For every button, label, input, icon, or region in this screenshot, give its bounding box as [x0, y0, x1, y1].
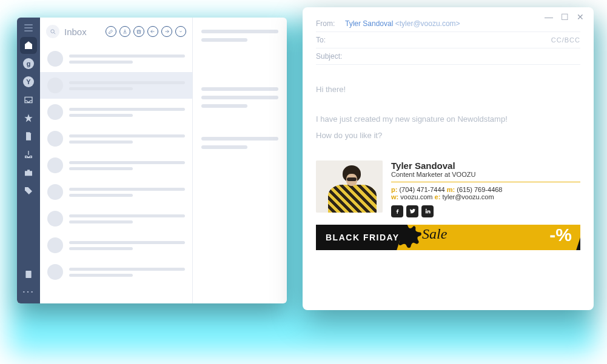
- promo-banner[interactable]: BLACK FRIDAY Sale -%: [316, 225, 580, 250]
- from-label: From:: [316, 19, 345, 28]
- home-account-icon[interactable]: [20, 37, 37, 54]
- placeholder-line: [201, 96, 278, 99]
- list-item[interactable]: [40, 152, 192, 179]
- list-item[interactable]: [40, 232, 192, 259]
- list-item[interactable]: [40, 72, 192, 99]
- hamburger-menu-icon[interactable]: [21, 20, 36, 36]
- archive-icon[interactable]: [119, 26, 130, 37]
- search-icon[interactable]: [46, 25, 59, 38]
- compose-icon[interactable]: [106, 26, 116, 37]
- facebook-icon[interactable]: [391, 205, 403, 217]
- more-icon[interactable]: ⋯: [22, 284, 35, 299]
- avatar: [47, 78, 63, 93]
- placeholder-line: [201, 137, 278, 141]
- google-account-icon[interactable]: g: [20, 55, 37, 72]
- linkedin-icon[interactable]: [421, 205, 434, 217]
- avatar: [47, 131, 63, 147]
- email-list-pane: Inbox: [40, 18, 193, 303]
- avatar: [47, 51, 63, 67]
- close-icon[interactable]: ✕: [575, 12, 585, 22]
- subject-label: Subject:: [316, 52, 345, 61]
- svg-line-2: [53, 32, 55, 33]
- body-line: How do you like it?: [316, 129, 580, 142]
- list-item[interactable]: [40, 99, 192, 125]
- compose-body[interactable]: Hi there! I have just created my new sig…: [316, 65, 580, 142]
- avatar: [47, 237, 63, 253]
- placeholder-line: [201, 30, 278, 33]
- signature-role: Content Marketer at VOOZU: [391, 171, 580, 178]
- list-header: Inbox: [40, 18, 192, 43]
- body-greeting: Hi there!: [316, 83, 580, 96]
- list-item[interactable]: [40, 205, 192, 232]
- header-actions: [106, 26, 186, 37]
- more-actions-icon[interactable]: [175, 26, 186, 37]
- ccbcc-toggle[interactable]: CC/BCC: [551, 36, 580, 44]
- avatar: [47, 104, 63, 120]
- placeholder-line: [201, 145, 247, 149]
- yahoo-account-icon[interactable]: Y: [20, 73, 37, 90]
- email-client-window: g Y ⋯ Inbox: [17, 18, 287, 303]
- delete-icon[interactable]: [133, 26, 144, 37]
- signature-name: Tyler Sandoval: [391, 160, 580, 171]
- tag-icon[interactable]: [20, 182, 37, 199]
- forward-icon[interactable]: [161, 26, 172, 37]
- banner-black-friday: BLACK FRIDAY: [316, 233, 400, 242]
- list-item[interactable]: [40, 45, 192, 72]
- body-line: I have just created my new signature on …: [316, 113, 580, 125]
- reply-icon[interactable]: [147, 26, 158, 37]
- from-value[interactable]: Tyler Sandoval <tyler@voozu.com>: [345, 19, 460, 28]
- contacts-icon[interactable]: [20, 266, 37, 283]
- avatar: [47, 211, 63, 227]
- signature-socials: [391, 205, 580, 217]
- download-tray-icon[interactable]: [20, 146, 37, 163]
- window-controls: — ☐ ✕: [544, 12, 585, 22]
- signature-divider: [391, 182, 580, 182]
- signature-phone-line: p: (704) 471-7444 m: (615) 769-4468: [391, 186, 580, 193]
- list-item[interactable]: [40, 179, 192, 205]
- to-label: To:: [316, 36, 345, 44]
- placeholder-line: [201, 104, 247, 108]
- svg-point-1: [50, 29, 54, 33]
- twitter-icon[interactable]: [406, 205, 418, 217]
- avatar: [47, 184, 63, 200]
- placeholder-line: [201, 38, 247, 42]
- svg-rect-0: [25, 271, 31, 278]
- avatar: [47, 264, 63, 280]
- maximize-icon[interactable]: ☐: [560, 12, 569, 22]
- banner-percent: -%: [549, 225, 572, 245]
- signature-photo: [316, 160, 383, 213]
- email-list[interactable]: [40, 43, 192, 303]
- preview-pane: [193, 18, 287, 303]
- placeholder-line: [201, 87, 278, 91]
- from-field: From: Tyler Sandoval <tyler@voozu.com>: [316, 16, 580, 32]
- subject-field[interactable]: Subject:: [316, 48, 580, 65]
- list-item[interactable]: [40, 125, 192, 152]
- briefcase-icon[interactable]: [20, 164, 37, 181]
- account-strip: g Y ⋯: [17, 18, 40, 303]
- inbox-tray-icon[interactable]: [20, 91, 37, 108]
- banner-sale: Sale: [422, 226, 447, 242]
- signature-web-line: w: voozu.com e: tyler@voozu.com: [391, 193, 580, 200]
- file-icon[interactable]: [20, 128, 37, 145]
- compose-window: — ☐ ✕ From: Tyler Sandoval <tyler@voozu.…: [303, 7, 594, 310]
- folder-title: Inbox: [64, 27, 101, 37]
- signature-info: Tyler Sandoval Content Marketer at VOOZU…: [391, 160, 580, 217]
- email-signature: Tyler Sandoval Content Marketer at VOOZU…: [316, 160, 580, 217]
- list-item[interactable]: [40, 259, 192, 285]
- avatar: [47, 157, 63, 173]
- minimize-icon[interactable]: —: [544, 12, 554, 22]
- yahoo-letter: Y: [23, 76, 34, 87]
- to-field[interactable]: To: CC/BCC: [316, 32, 580, 48]
- star-icon[interactable]: [20, 110, 37, 127]
- google-letter: g: [23, 58, 34, 69]
